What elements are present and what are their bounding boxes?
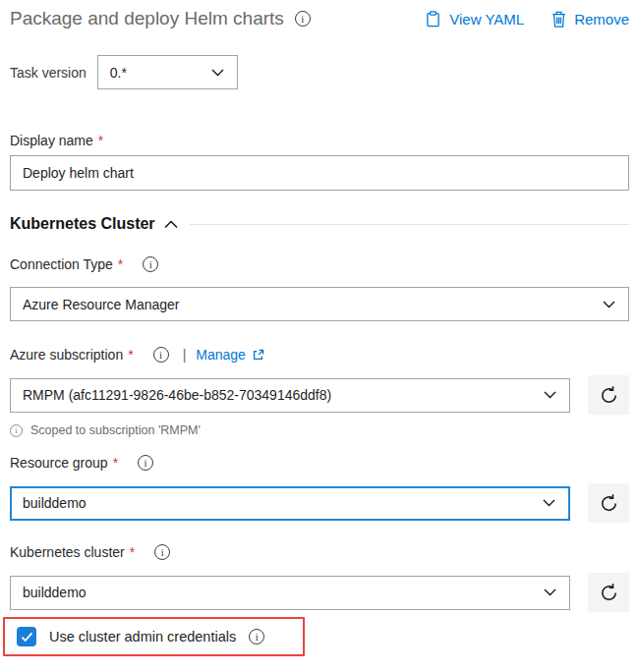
annotation-highlight: Use cluster admin credentials i [3,617,305,656]
kubernetes-cluster-dropdown[interactable]: builddemo [10,576,570,610]
resource-group-info-icon[interactable]: i [138,455,153,471]
chevron-up-icon [164,220,178,229]
display-name-input[interactable] [10,155,629,191]
azure-subscription-control-row: RMPM (afc11291-9826-46be-b852-70349146dd… [10,375,629,415]
azure-subscription-info-icon[interactable]: i [153,347,169,363]
kubernetes-cluster-control-row: builddemo [10,573,629,612]
remove-button[interactable]: Remove [552,11,629,28]
info-glyph: i [145,458,147,469]
info-glyph: i [15,426,18,435]
external-link-icon [252,349,264,362]
separator: | [183,347,187,363]
connection-type-value: Azure Resource Manager [23,297,180,312]
refresh-icon [599,583,619,603]
task-version-value: 0.* [110,65,127,81]
refresh-icon [599,385,619,406]
info-glyph: i [301,14,304,25]
refresh-icon [599,493,619,514]
resource-group-value: builddemo [23,495,87,511]
resource-group-label: Resource group [10,455,108,471]
azure-subscription-dropdown[interactable]: RMPM (afc11291-9826-46be-b852-70349146dd… [10,378,570,413]
task-version-row: Task version 0.* [10,55,629,89]
admin-credentials-checkbox[interactable] [17,627,36,646]
chevron-down-icon [544,391,556,399]
connection-type-info-icon[interactable]: i [143,256,158,272]
info-glyph: i [149,259,152,270]
header-actions: View YAML Remove [425,11,629,28]
check-icon [21,632,33,643]
azure-subscription-label: Azure subscription [10,347,123,363]
connection-type-label: Connection Type [10,256,113,272]
resource-group-control-row: builddemo [10,483,629,523]
chevron-down-icon [544,588,556,596]
kubernetes-cluster-info-icon[interactable]: i [154,544,170,560]
task-version-label: Task version [10,65,87,81]
info-glyph: i [256,632,259,643]
admin-credentials-label: Use cluster admin credentials [49,629,236,644]
refresh-resource-group-button[interactable] [588,483,629,523]
refresh-kubernetes-cluster-button[interactable] [588,573,629,612]
section-kubernetes-cluster[interactable]: Kubernetes Cluster [10,215,629,233]
kubernetes-cluster-field: Kubernetes cluster * i builddemo [10,544,629,612]
azure-subscription-field: Azure subscription * i | Manage RMPM (af… [10,347,629,437]
section-divider [190,224,629,225]
info-glyph: i [161,547,164,558]
view-yaml-button[interactable]: View YAML [425,11,524,28]
task-header: Package and deploy Helm charts i View YA… [10,8,629,29]
section-title: Kubernetes Cluster [10,215,155,233]
required-asterisk: * [128,347,133,363]
resource-group-dropdown[interactable]: builddemo [10,486,570,521]
task-info-icon[interactable]: i [295,11,311,27]
resource-group-field: Resource group * i builddemo [10,455,629,523]
clipboard-icon [425,11,441,28]
view-yaml-label: View YAML [449,11,524,28]
task-version-dropdown[interactable]: 0.* [97,55,238,89]
chevron-down-icon [211,69,224,77]
kubernetes-cluster-label: Kubernetes cluster [10,544,125,560]
admin-credentials-info-icon[interactable]: i [249,629,264,644]
required-asterisk: * [98,133,103,148]
refresh-subscription-button[interactable] [588,375,629,415]
required-asterisk: * [130,544,135,560]
page-title: Package and deploy Helm charts [10,8,284,29]
scoped-note: i Scoped to subscription 'RMPM' [10,423,629,437]
chevron-down-icon [603,301,615,308]
azure-subscription-value: RMPM (afc11291-9826-46be-b852-70349146dd… [23,387,331,403]
scoped-note-text: Scoped to subscription 'RMPM' [30,423,201,437]
display-name-label: Display name [10,133,93,148]
task-configuration-panel: Package and deploy Helm charts i View YA… [0,0,639,656]
chevron-down-icon [543,499,555,507]
connection-type-field: Connection Type * i Azure Resource Manag… [10,256,629,321]
manage-label: Manage [196,347,246,363]
kubernetes-cluster-value: builddemo [23,585,87,600]
remove-label: Remove [574,11,629,28]
connection-type-dropdown[interactable]: Azure Resource Manager [10,287,629,321]
trash-icon [552,11,566,28]
manage-link[interactable]: Manage [196,347,264,363]
display-name-field: Display name * [10,133,629,191]
required-asterisk: * [118,256,123,272]
info-icon: i [10,424,23,437]
required-asterisk: * [113,455,118,471]
info-glyph: i [159,350,162,361]
